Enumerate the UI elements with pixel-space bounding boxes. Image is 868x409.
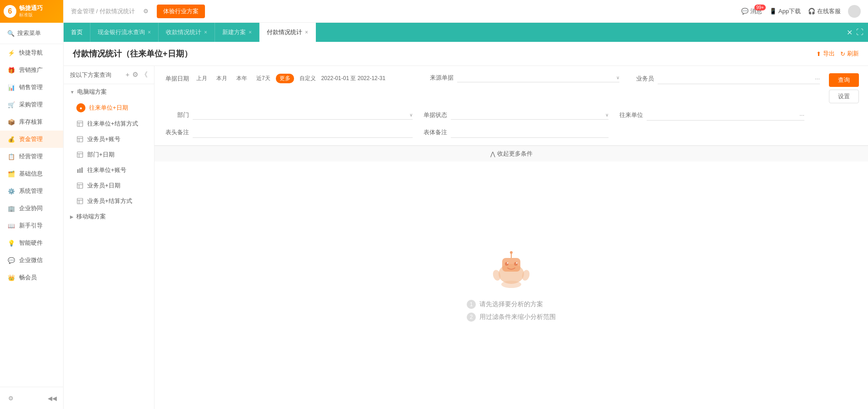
mobile-group-title[interactable]: ▶ 移动端方案	[64, 209, 154, 224]
sidebar-search: 🔍 搜索菜单	[0, 23, 63, 44]
svg-rect-15	[77, 198, 83, 204]
voucher-status-group: 单据状态 ∨	[413, 111, 609, 120]
sidebar-item-corp[interactable]: 🏢 企业协同	[0, 200, 63, 217]
app-download-btn[interactable]: 📱 App下载	[769, 7, 801, 15]
date-more-btn[interactable]: 更多	[276, 74, 294, 83]
plan-item-unit-payment[interactable]: 往来单位+结算方式	[64, 116, 154, 131]
mobile-group-arrow: ▶	[70, 214, 74, 219]
message-btn[interactable]: 💬 消息 99+	[741, 7, 762, 15]
empty-tip-1: 1 请先选择要分析的方案	[467, 300, 556, 309]
plan-staff-payment-label: 业务员+结算方式	[87, 197, 132, 205]
right-panel: 单据日期 上月 本月 本年 近7天 更多 自定义 2022-01-01 至 20…	[155, 66, 868, 409]
home-tab-label: 首页	[71, 28, 83, 36]
sidebar-item-operation[interactable]: 📋 经营管理	[0, 148, 63, 165]
maximize-btn[interactable]: ⛶	[856, 28, 863, 36]
related-unit-more-icon[interactable]: ···	[799, 111, 804, 118]
sidebar-item-guide[interactable]: 📖 新手引导	[0, 217, 63, 234]
receive-stats-close-btn[interactable]: ×	[204, 29, 207, 35]
collapse-bar: ⋀ 收起更多条件	[155, 146, 868, 162]
date-7days-btn[interactable]: 近7天	[253, 73, 274, 84]
pay-stats-close-btn[interactable]: ×	[305, 29, 308, 35]
collapse-panel-btn[interactable]: 《	[141, 71, 148, 79]
action-buttons: 查询 设置	[820, 73, 859, 103]
voucher-status-select[interactable]: ∨	[451, 111, 609, 120]
sidebar-item-purchase[interactable]: 🛒 采购管理	[0, 96, 63, 113]
date-this-month-btn[interactable]: 本月	[213, 73, 231, 84]
table-icon-2	[76, 136, 84, 143]
plan-item-staff-date[interactable]: 业务员+日期	[64, 178, 154, 193]
plan-item-staff-payment[interactable]: 业务员+结算方式	[64, 193, 154, 209]
body-note-input[interactable]	[451, 127, 609, 138]
export-btn[interactable]: ⬆ 导出	[816, 50, 835, 58]
topbar: 资金管理 / 付款情况统计 ⚙ 体验行业方案 💬 消息 99+ 📱 App下载 …	[64, 0, 868, 23]
table-icon-3	[76, 151, 84, 158]
export-icon: ⬆	[816, 50, 821, 57]
search-icon: 🔍	[7, 30, 15, 37]
sidebar-item-finance[interactable]: 💰 资金管理	[0, 131, 63, 148]
tab-cash-flow[interactable]: 现金银行流水查询 ×	[90, 23, 159, 42]
tip-1-text: 请先选择要分析的方案	[479, 300, 543, 308]
filter-settings-btn[interactable]: 设置	[829, 90, 859, 103]
collapse-more-btn[interactable]: ⋀ 收起更多条件	[490, 150, 533, 158]
plan-item-dept-date[interactable]: 部门+日期	[64, 147, 154, 162]
desktop-group-arrow: ▼	[70, 90, 75, 95]
sidebar-item-marketing[interactable]: 🎁 营销推广	[0, 61, 63, 79]
app-download-label: App下载	[778, 7, 801, 15]
corp-icon: 🏢	[7, 204, 15, 212]
source-filter-label: 来源单据	[428, 74, 454, 82]
svg-rect-3	[77, 136, 83, 142]
sidebar-item-member[interactable]: 👑 畅会员	[0, 269, 63, 286]
collapse-arrow-icon: ⋀	[490, 151, 495, 157]
plan-item-unit-date[interactable]: ● 往来单位+日期	[64, 100, 154, 116]
search-menu-label: 搜索菜单	[17, 29, 41, 37]
date-last-month-btn[interactable]: 上月	[193, 73, 211, 84]
svg-point-25	[510, 251, 513, 254]
search-menu-item[interactable]: 🔍 搜索菜单	[4, 26, 60, 40]
sidebar-item-sales[interactable]: 📊 销售管理	[0, 79, 63, 96]
user-avatar[interactable]	[848, 5, 861, 18]
salesman-more-icon[interactable]: ···	[815, 75, 820, 82]
online-service-btn[interactable]: 🎧 在线客服	[808, 7, 841, 15]
tab-home[interactable]: 首页	[64, 23, 90, 42]
filter-row-2: 部门 ∨ 单据状态 ∨ 往来单位	[164, 110, 859, 121]
new-plan-close-btn[interactable]: ×	[249, 29, 252, 35]
sidebar-item-hardware[interactable]: 💡 智能硬件	[0, 234, 63, 252]
trial-btn[interactable]: 体验行业方案	[157, 5, 205, 18]
sidebar-item-quick-nav[interactable]: ⚡ 快捷导航	[0, 44, 63, 61]
plan-staff-account-label: 业务员+账号	[87, 135, 120, 143]
plan-settings-btn[interactable]: ⚙	[132, 71, 138, 79]
cash-flow-close-btn[interactable]: ×	[148, 29, 151, 35]
close-all-tabs-btn[interactable]: ✕	[847, 28, 853, 37]
sidebar-item-wechat[interactable]: 💬 企业微信	[0, 252, 63, 269]
plan-item-unit-account[interactable]: 往来单位+账号	[64, 162, 154, 178]
date-custom-btn[interactable]: 自定义	[296, 73, 319, 84]
settings-footer-btn[interactable]: ⚙	[5, 392, 17, 404]
filter-row-3: 表头备注 表体备注	[164, 127, 859, 138]
salesman-filter-group: 业务员 ···	[619, 73, 820, 84]
header-note-input[interactable]	[193, 127, 413, 138]
source-select[interactable]: ∨	[457, 73, 619, 82]
sidebar-item-basic[interactable]: 🗂️ 基础信息	[0, 165, 63, 182]
left-panel-actions: + ⚙ 《	[125, 71, 148, 79]
left-panel-title: 按以下方案查询	[70, 71, 111, 79]
pay-stats-tab-label: 付款情况统计	[267, 28, 302, 36]
tab-new-plan[interactable]: 新建方案 ×	[215, 23, 259, 42]
svg-rect-12	[77, 183, 83, 188]
add-plan-btn[interactable]: +	[125, 71, 130, 79]
desktop-group-title[interactable]: ▼ 电脑端方案	[64, 84, 154, 100]
query-btn[interactable]: 查询	[829, 73, 859, 87]
topbar-settings-btn[interactable]: ⚙	[140, 5, 152, 18]
tab-receive-stats[interactable]: 收款情况统计 ×	[159, 23, 215, 42]
svg-rect-0	[77, 121, 83, 126]
sidebar-item-inventory[interactable]: 📦 库存核算	[0, 113, 63, 131]
refresh-btn[interactable]: ↻ 刷新	[840, 50, 859, 58]
dept-select[interactable]: ∨	[193, 111, 413, 120]
left-panel: 按以下方案查询 + ⚙ 《 ▼ 电脑端方案 ● 往来单位+日期	[64, 66, 155, 409]
date-this-year-btn[interactable]: 本年	[233, 73, 251, 84]
tab-pay-stats[interactable]: 付款情况统计 ×	[259, 23, 316, 42]
sidebar-item-system[interactable]: ⚙️ 系统管理	[0, 182, 63, 200]
active-plan-indicator: ●	[76, 103, 85, 112]
date-range-display: 2022-01-01 至 2022-12-31	[321, 75, 385, 82]
collapse-sidebar-btn[interactable]: ◀◀	[46, 392, 59, 404]
plan-item-staff-account[interactable]: 业务员+账号	[64, 131, 154, 147]
